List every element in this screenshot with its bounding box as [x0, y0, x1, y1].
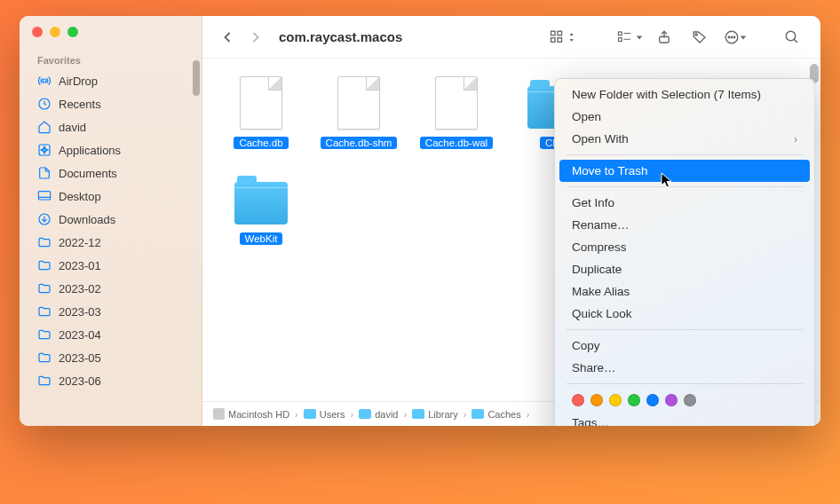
tag-color-dot[interactable]	[684, 394, 696, 406]
file-item[interactable]: Cache.db-wal	[417, 73, 495, 149]
file-item[interactable]: WebKit	[222, 169, 300, 245]
tag-icon[interactable]	[685, 27, 714, 48]
group-icon[interactable]	[614, 27, 643, 48]
menu-item-rename[interactable]: Rename…	[559, 214, 810, 236]
share-icon[interactable]	[650, 27, 678, 48]
svg-rect-11	[619, 32, 622, 35]
file-item[interactable]: Cache.db-shm	[320, 73, 398, 149]
folder-icon	[412, 409, 424, 419]
tag-color-dot[interactable]	[609, 394, 622, 406]
tag-color-dot[interactable]	[590, 394, 603, 406]
folder-icon	[234, 182, 288, 224]
tag-color-dot[interactable]	[628, 394, 640, 406]
menu-item-open[interactable]: Open	[559, 106, 810, 128]
menu-item-label: Tags…	[572, 416, 609, 426]
sidebar-item-2023-01[interactable]: 2023-01	[20, 254, 202, 277]
sidebar-section-favorites: Favorites	[20, 50, 202, 69]
clock-icon	[37, 97, 52, 111]
menu-item-compress[interactable]: Compress	[559, 236, 810, 258]
svg-rect-10	[558, 37, 562, 42]
menu-item-make-alias[interactable]: Make Alias	[559, 280, 810, 303]
menu-item-get-info[interactable]: Get Info	[559, 192, 810, 214]
more-icon[interactable]	[721, 27, 749, 48]
maximize-button[interactable]	[67, 27, 78, 37]
sidebar-item-applications[interactable]: Applications	[20, 138, 202, 161]
sidebar-item-2023-03[interactable]: 2023-03	[20, 300, 202, 323]
menu-item-duplicate[interactable]: Duplicate	[559, 258, 810, 280]
menu-item-label: Rename…	[572, 218, 630, 232]
sidebar-item-airdrop[interactable]: AirDrop	[20, 69, 202, 92]
tag-color-row	[559, 389, 810, 412]
sidebar-item-2023-05[interactable]: 2023-05	[20, 346, 202, 369]
menu-item-copy[interactable]: Copy	[559, 335, 810, 357]
folder-icon	[304, 409, 316, 419]
sidebar-item-label: 2023-05	[59, 351, 101, 365]
file-label: Cache.db-wal	[420, 137, 493, 149]
menu-item-quick-look[interactable]: Quick Look	[559, 303, 810, 325]
svg-point-21	[786, 31, 796, 41]
finder-window: Favorites AirDropRecentsdavidApplication…	[20, 16, 820, 426]
svg-point-19	[731, 36, 733, 38]
folder-icon	[37, 304, 52, 319]
menu-item-new-folder-with-selection-7-items[interactable]: New Folder with Selection (7 Items)	[559, 83, 810, 106]
close-button[interactable]	[32, 27, 43, 37]
menu-item-label: Get Info	[572, 196, 614, 209]
document-icon	[337, 76, 380, 130]
folder-icon	[472, 409, 484, 419]
file-label: Cache.db	[234, 137, 288, 149]
menu-item-label: New Folder with Selection (7 Items)	[572, 88, 761, 101]
svg-point-16	[695, 33, 697, 35]
menu-item-share[interactable]: Share…	[559, 357, 810, 379]
traffic-lights	[20, 23, 202, 50]
minimize-button[interactable]	[50, 27, 60, 37]
folder-icon	[37, 327, 52, 342]
sidebar-item-2023-02[interactable]: 2023-02	[20, 277, 202, 300]
svg-rect-8	[558, 31, 562, 35]
search-icon[interactable]	[778, 27, 806, 48]
sidebar-scrollbar[interactable]	[193, 60, 200, 96]
menu-item-label: Open With	[572, 132, 629, 146]
menu-item-tags[interactable]: Tags…	[559, 412, 810, 426]
tag-color-dot[interactable]	[665, 394, 678, 406]
sidebar-item-desktop[interactable]: Desktop	[20, 185, 202, 208]
sidebar-item-2022-12[interactable]: 2022-12	[20, 231, 202, 254]
menu-item-label: Make Alias	[572, 285, 630, 298]
sidebar-item-david[interactable]: david	[20, 115, 202, 138]
path-crumb[interactable]: david	[359, 409, 398, 420]
airdrop-icon	[37, 74, 52, 88]
sidebar-item-downloads[interactable]: Downloads	[20, 208, 202, 231]
svg-line-22	[794, 39, 797, 43]
back-button[interactable]	[217, 27, 238, 48]
path-crumb[interactable]: Library	[412, 409, 458, 420]
folder-icon	[359, 409, 371, 419]
disk-icon	[213, 408, 225, 420]
doc-icon	[37, 166, 52, 180]
menu-item-label: Compress	[572, 240, 627, 254]
sidebar-item-label: 2023-06	[59, 374, 101, 388]
tag-color-dot[interactable]	[572, 394, 584, 406]
apps-icon	[37, 143, 52, 157]
sidebar-item-2023-04[interactable]: 2023-04	[20, 323, 202, 346]
forward-button[interactable]	[245, 27, 266, 48]
home-icon	[37, 120, 52, 134]
menu-item-label: Quick Look	[572, 307, 632, 320]
file-item[interactable]: Cache.db	[222, 73, 300, 149]
menu-separator	[567, 383, 803, 384]
sidebar-item-2023-06[interactable]: 2023-06	[20, 369, 202, 392]
sidebar-item-label: 2023-03	[59, 305, 101, 319]
path-crumb[interactable]: Macintosh HD	[213, 408, 289, 420]
menu-item-move-to-trash[interactable]: Move to Trash	[559, 160, 810, 182]
tag-color-dot[interactable]	[646, 394, 659, 406]
sidebar-item-documents[interactable]: Documents	[20, 161, 202, 185]
document-icon	[240, 76, 282, 130]
path-crumb[interactable]: Users	[304, 409, 345, 420]
menu-separator	[567, 154, 803, 155]
menu-separator	[567, 186, 803, 187]
menu-item-label: Open	[572, 110, 601, 123]
menu-item-label: Copy	[572, 339, 600, 352]
sidebar-item-label: Applications	[59, 144, 121, 157]
menu-item-open-with[interactable]: Open With›	[559, 128, 810, 150]
path-crumb[interactable]: Caches	[472, 409, 520, 420]
sidebar-item-recents[interactable]: Recents	[20, 92, 202, 115]
view-grid-icon[interactable]	[547, 27, 575, 48]
